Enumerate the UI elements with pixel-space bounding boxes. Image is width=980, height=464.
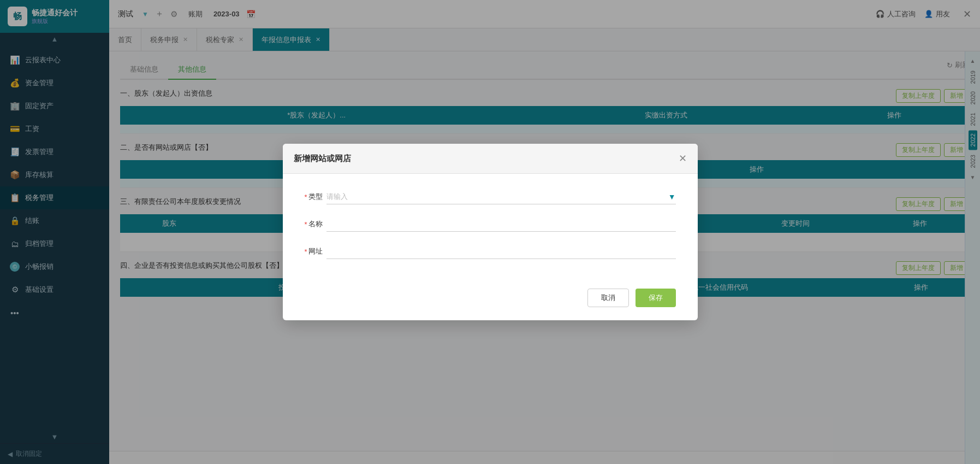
modal-title: 新增网站或网店 xyxy=(294,154,351,164)
name-input[interactable] xyxy=(326,216,676,232)
cancel-button[interactable]: 取消 xyxy=(587,289,629,307)
name-label: * 名称 xyxy=(305,219,324,229)
type-field: ▼ xyxy=(326,189,676,204)
type-dropdown-arrow[interactable]: ▼ xyxy=(668,192,676,201)
modal-close-button[interactable]: ✕ xyxy=(679,152,687,165)
save-button[interactable]: 保存 xyxy=(635,289,676,307)
type-label: * 类型 xyxy=(305,192,324,202)
form-row-name: * 名称 xyxy=(305,216,676,232)
url-input[interactable] xyxy=(326,244,676,259)
form-row-url: * 网址 xyxy=(305,244,676,259)
modal-overlay: 新增网站或网店 ✕ * 类型 ▼ * 名称 xyxy=(0,0,980,464)
form-row-type: * 类型 ▼ xyxy=(305,189,676,204)
url-field xyxy=(326,244,676,259)
type-input[interactable] xyxy=(326,189,676,204)
url-label: * 网址 xyxy=(305,246,324,256)
modal-body: * 类型 ▼ * 名称 * xyxy=(283,174,698,282)
name-field xyxy=(326,216,676,232)
modal-header: 新增网站或网店 ✕ xyxy=(283,144,698,174)
add-website-modal: 新增网站或网店 ✕ * 类型 ▼ * 名称 xyxy=(283,144,698,320)
modal-footer: 取消 保存 xyxy=(283,282,698,320)
